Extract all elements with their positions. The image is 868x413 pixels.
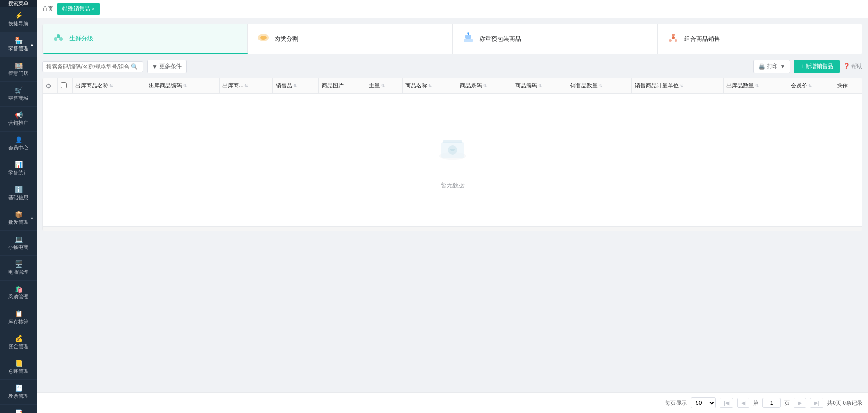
svg-point-0 [54, 37, 57, 41]
empty-icon [434, 131, 471, 174]
empty-text: 暂无数据 [441, 181, 465, 189]
print-button[interactable]: 🖨️ 打印 ▼ [753, 60, 790, 73]
th-sale-product[interactable]: 销售品 ⇅ [273, 78, 318, 94]
svg-point-8 [467, 32, 469, 34]
sidebar-item-smart-store[interactable]: 🏬 智慧门店 [0, 57, 37, 82]
th-product-image: 商品图片 [318, 78, 366, 94]
sort-icon-4: ⇅ [293, 83, 297, 88]
help-icon: ❓ [843, 63, 850, 69]
th-settings[interactable]: ⚙ [43, 78, 57, 94]
th-out-qty[interactable]: 出库品数量 ⇅ [724, 78, 788, 94]
svg-point-12 [672, 36, 675, 39]
sidebar-item-quick-nav[interactable]: ⚡ 快捷导航 [0, 7, 37, 32]
toolbar-right: 🖨️ 打印 ▼ + 新增销售品 ❓ 帮助 [753, 60, 862, 73]
sort-icon-11: ⇅ [755, 83, 759, 88]
tab-meat-cut[interactable]: 肉类分割 [248, 24, 453, 54]
fresh-grade-icon [52, 31, 65, 46]
sidebar-item-general-ledger[interactable]: 📒 总账管理 [0, 355, 37, 380]
home-tab[interactable]: 首页 [42, 5, 53, 13]
tab-close-icon[interactable]: × [92, 6, 95, 11]
first-page-button[interactable]: |◀ [720, 398, 733, 408]
retail-stats-icon: 📊 [15, 161, 23, 168]
data-table: ⚙ 出库商品名称 ⇅ 出库商 [43, 78, 862, 94]
svg-rect-5 [464, 39, 473, 42]
expand-icon: ▲ [30, 42, 34, 47]
prev-page-button[interactable]: ◀ [737, 398, 749, 408]
combo-sales-icon [667, 31, 680, 47]
sidebar-item-invoice-mgmt[interactable]: 🧾 发票管理 [0, 380, 37, 405]
add-product-button[interactable]: + 新增销售品 [794, 60, 839, 73]
sidebar-item-purchase-mgmt[interactable]: 🛍️ 采购管理 [0, 281, 37, 305]
th-out-product-code[interactable]: 出库商品编码 ⇅ [146, 78, 219, 94]
sidebar-item-wholesale-mgmt[interactable]: 📦 批发管理 ▼ [0, 206, 37, 231]
wholesale-mgmt-icon: 📦 [15, 211, 23, 218]
th-product-code[interactable]: 商品编码 ⇅ [512, 78, 567, 94]
main-content: 首页 特殊销售品 × 生鲜分级 [37, 0, 868, 413]
next-page-button[interactable]: ▶ [794, 398, 806, 408]
search-box[interactable]: 🔍 [42, 61, 143, 72]
meat-cut-label: 肉类分割 [274, 35, 298, 43]
tax-mgmt-icon: 📑 [15, 409, 23, 413]
bottom-scrollbar[interactable] [43, 226, 862, 231]
tab-fresh-grade[interactable]: 生鲜分级 [43, 24, 248, 54]
th-sale-unit[interactable]: 销售商品计量单位 ⇅ [631, 78, 724, 94]
svg-point-4 [260, 36, 267, 40]
sidebar-item-member-center[interactable]: 👤 会员中心 [0, 132, 37, 156]
th-product-name[interactable]: 商品名称 ⇅ [402, 78, 457, 94]
pagination-bar: 每页显示 10 20 50 100 |◀ ◀ 第 页 ▶ ▶| 共0页 0条记录 [37, 392, 868, 413]
tab-combo-sales[interactable]: 组合商品销售 [658, 24, 862, 54]
svg-point-1 [57, 34, 60, 38]
marketing-icon: 📢 [15, 111, 23, 119]
sidebar-item-mini-ecom[interactable]: 💻 小畅电商 [0, 231, 37, 256]
svg-rect-15 [443, 140, 462, 143]
empty-state: 暂无数据 [43, 94, 862, 226]
last-page-button[interactable]: ▶| [810, 398, 823, 408]
sort-icon-9: ⇅ [599, 83, 602, 88]
member-center-icon: 👤 [15, 136, 23, 143]
print-icon: 🖨️ [758, 63, 765, 70]
sidebar-item-basic-info[interactable]: ℹ️ 基础信息 [0, 181, 37, 206]
topbar: 首页 特殊销售品 × [37, 0, 868, 18]
svg-rect-6 [465, 35, 471, 39]
page-label: 第 [753, 399, 759, 407]
sidebar: 搜索菜单 ⚡ 快捷导航 🏪 零售管理 ▲ 🏬 智慧门店 🛒 零售商城 📢 营销推… [0, 0, 37, 413]
th-weight[interactable]: 主量 ⇅ [366, 78, 402, 94]
sidebar-search[interactable]: 搜索菜单 [0, 0, 37, 7]
sidebar-item-inventory[interactable]: 📋 库存核算 [0, 305, 37, 330]
finance-icon: 💰 [15, 335, 23, 342]
search-icon: 🔍 [131, 63, 138, 70]
sidebar-item-finance[interactable]: 💰 资金管理 [0, 330, 37, 355]
wholesale-expand-icon: ▼ [30, 216, 34, 221]
meat-cut-icon [257, 32, 270, 46]
th-out-product-name[interactable]: 出库商品名称 ⇅ [72, 78, 146, 94]
th-product-barcode[interactable]: 商品条码 ⇅ [457, 78, 512, 94]
search-input[interactable] [46, 63, 129, 70]
sidebar-item-ecom-mgmt[interactable]: 🖥️ 电商管理 [0, 256, 37, 281]
sidebar-item-retail-mgmt[interactable]: 🏪 零售管理 ▲ [0, 32, 37, 57]
gear-icon[interactable]: ⚙ [45, 82, 51, 90]
svg-point-9 [669, 39, 672, 42]
inventory-icon: 📋 [15, 310, 23, 317]
filter-button[interactable]: ▼ 更多条件 [147, 60, 187, 73]
th-sale-qty[interactable]: 销售品数量 ⇅ [567, 78, 631, 94]
sidebar-item-marketing[interactable]: 📢 营销推广 [0, 107, 37, 132]
weight-prepack-icon [462, 31, 475, 47]
sidebar-item-retail-stats[interactable]: 📊 零售统计 [0, 156, 37, 181]
per-page-select[interactable]: 10 20 50 100 [691, 397, 716, 408]
th-checkbox[interactable] [57, 78, 72, 94]
ecom-mgmt-icon: 🖥️ [15, 260, 23, 268]
combo-sales-label: 组合商品销售 [684, 35, 720, 43]
svg-point-2 [59, 37, 63, 41]
th-member-price[interactable]: 会员价 ⇅ [788, 78, 834, 94]
th-out-product-x[interactable]: 出库商... ⇅ [219, 78, 272, 94]
tab-weight-prepack[interactable]: 称重预包装商品 [453, 24, 658, 54]
active-tab[interactable]: 特殊销售品 × [57, 3, 100, 15]
help-button[interactable]: ❓ 帮助 [843, 63, 862, 70]
page-input[interactable] [762, 398, 781, 408]
page-suffix: 页 [784, 399, 790, 407]
select-all-checkbox[interactable] [61, 82, 67, 88]
sidebar-item-tax-mgmt[interactable]: 📑 税务管理 [0, 405, 37, 413]
sidebar-item-retail-mall[interactable]: 🛒 零售商城 [0, 82, 37, 107]
quick-nav-icon: ⚡ [15, 12, 23, 19]
retail-mgmt-icon: 🏪 [15, 37, 23, 44]
